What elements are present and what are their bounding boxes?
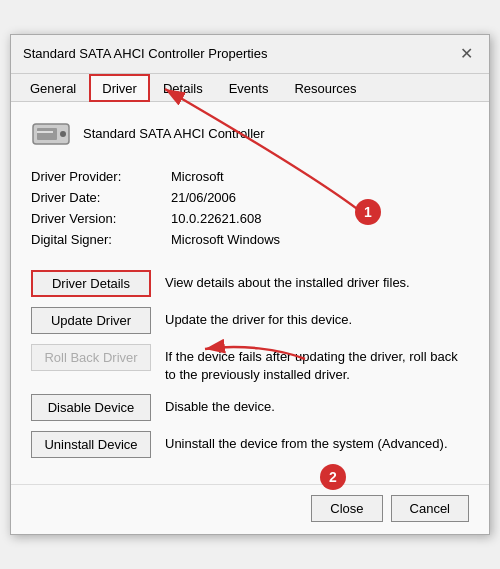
update-driver-row: Update Driver Update the driver for this… xyxy=(31,307,469,334)
dialog-title: Standard SATA AHCI Controller Properties xyxy=(23,46,267,61)
roll-back-row: Roll Back Driver If the device fails aft… xyxy=(31,344,469,384)
annotation-badge-1: 1 xyxy=(355,199,381,225)
prop-row-provider: Driver Provider: Microsoft xyxy=(31,166,469,187)
device-header: Standard SATA AHCI Controller xyxy=(31,118,469,150)
prop-label-signer: Digital Signer: xyxy=(31,229,171,250)
buttons-section: Driver Details View details about the in… xyxy=(31,270,469,458)
prop-value-version: 10.0.22621.608 xyxy=(171,208,469,229)
tab-events[interactable]: Events xyxy=(216,74,282,102)
driver-details-description: View details about the installed driver … xyxy=(165,270,410,292)
update-driver-description: Update the driver for this device. xyxy=(165,307,352,329)
close-window-button[interactable]: ✕ xyxy=(455,43,477,65)
tab-content: Standard SATA AHCI Controller Driver Pro… xyxy=(11,102,489,484)
roll-back-button: Roll Back Driver xyxy=(31,344,151,371)
tab-general[interactable]: General xyxy=(17,74,89,102)
prop-label-version: Driver Version: xyxy=(31,208,171,229)
dialog-footer: Close Cancel xyxy=(11,484,489,534)
properties-table: Driver Provider: Microsoft Driver Date: … xyxy=(31,166,469,250)
prop-row-signer: Digital Signer: Microsoft Windows xyxy=(31,229,469,250)
update-driver-button[interactable]: Update Driver xyxy=(31,307,151,334)
disable-device-row: Disable Device Disable the device. xyxy=(31,394,469,421)
svg-rect-3 xyxy=(37,131,53,133)
prop-label-date: Driver Date: xyxy=(31,187,171,208)
annotation-badge-2: 2 xyxy=(320,464,346,490)
tab-bar: General Driver Details Events Resources xyxy=(11,74,489,102)
driver-details-button[interactable]: Driver Details xyxy=(31,270,151,297)
uninstall-device-description: Uninstall the device from the system (Ad… xyxy=(165,431,448,453)
device-name: Standard SATA AHCI Controller xyxy=(83,126,265,141)
svg-rect-1 xyxy=(37,128,57,140)
close-button[interactable]: Close xyxy=(311,495,382,522)
dialog: Standard SATA AHCI Controller Properties… xyxy=(10,34,490,535)
uninstall-device-row: Uninstall Device Uninstall the device fr… xyxy=(31,431,469,458)
prop-value-signer: Microsoft Windows xyxy=(171,229,469,250)
cancel-button[interactable]: Cancel xyxy=(391,495,469,522)
svg-point-2 xyxy=(60,131,66,137)
prop-value-provider: Microsoft xyxy=(171,166,469,187)
tab-driver[interactable]: Driver xyxy=(89,74,150,102)
tab-resources[interactable]: Resources xyxy=(281,74,369,102)
disable-device-button[interactable]: Disable Device xyxy=(31,394,151,421)
dialog-wrapper: Standard SATA AHCI Controller Properties… xyxy=(10,34,490,535)
prop-label-provider: Driver Provider: xyxy=(31,166,171,187)
uninstall-device-button[interactable]: Uninstall Device xyxy=(31,431,151,458)
roll-back-description: If the device fails after updating the d… xyxy=(165,344,469,384)
device-icon xyxy=(31,118,71,150)
tab-details[interactable]: Details xyxy=(150,74,216,102)
prop-value-date: 21/06/2006 xyxy=(171,187,469,208)
driver-details-row: Driver Details View details about the in… xyxy=(31,270,469,297)
disable-device-description: Disable the device. xyxy=(165,394,275,416)
prop-row-date: Driver Date: 21/06/2006 xyxy=(31,187,469,208)
prop-row-version: Driver Version: 10.0.22621.608 xyxy=(31,208,469,229)
title-bar: Standard SATA AHCI Controller Properties… xyxy=(11,35,489,74)
